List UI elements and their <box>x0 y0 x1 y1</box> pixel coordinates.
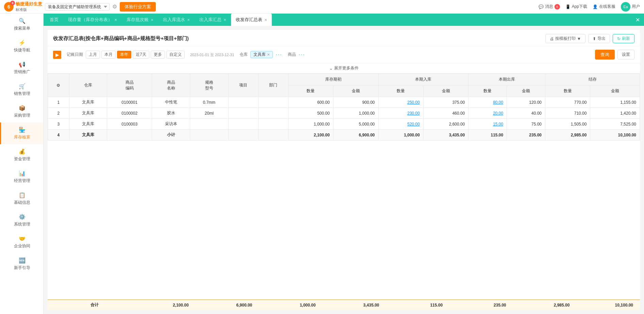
warehouse-filter-group: 仓库 文具库 ✕ ··· <box>240 51 282 58</box>
total-opening-amt: 6,900.00 <box>192 303 256 308</box>
cell-code: 0100002 <box>107 108 152 119</box>
sidebar-item-corp[interactable]: 🤝 企业协同 <box>0 231 43 253</box>
warehouse-tag-remove[interactable]: ✕ <box>267 53 270 56</box>
cell-opening-qty: 600.00 <box>288 97 333 108</box>
date-btn-this-year[interactable]: 本年 <box>117 51 131 59</box>
sidebar-item-label: 销售管理 <box>14 91 30 97</box>
table-settings-icon[interactable]: ⚙ <box>56 83 60 88</box>
sidebar-item-base[interactable]: 📋 基础信息 <box>0 188 43 210</box>
sidebar-item-marketing[interactable]: 📢 营销推广 <box>0 57 43 79</box>
date-btn-last-month[interactable]: 上月 <box>86 51 100 59</box>
total-opening-qty: 2,100.00 <box>129 303 192 308</box>
sidebar-item-label: 企业协同 <box>14 243 30 249</box>
col-code: 商品编码 <box>107 74 152 97</box>
system-select[interactable]: 装备及固定资产辅助管理系统 <box>45 3 110 11</box>
logo-area: 6 6 畅捷通好生意 标准版 <box>4 1 42 12</box>
filter-settings-button[interactable]: 设置 <box>617 50 634 60</box>
cell-balance-amt: 10,100.00 <box>590 130 640 141</box>
expand-conditions-button[interactable]: ⌄ 展开更多条件 <box>329 65 359 71</box>
sidebar-item-label: 采购管理 <box>14 113 30 118</box>
cell-balance-amt: 7,525.00 <box>590 119 640 130</box>
tab-batch-close[interactable]: ✕ <box>151 18 153 22</box>
app-download-item[interactable]: 📱 App下载 <box>565 4 587 10</box>
total-out-qty: 115.00 <box>383 303 446 308</box>
date-btn-7days[interactable]: 近7天 <box>133 51 149 59</box>
online-service-item[interactable]: 👤 在线客服 <box>593 4 615 10</box>
refresh-button[interactable]: ↻ 刷新 <box>613 34 634 43</box>
tab-receipt-summary-close[interactable]: ✕ <box>264 18 267 22</box>
cell-out-qty[interactable]: 80.00 <box>468 97 507 108</box>
export-button[interactable]: ⬆ 导出 <box>588 34 610 43</box>
tab-batch[interactable]: 库存批次账 ✕ <box>122 14 158 26</box>
warehouse-more-dots[interactable]: ··· <box>276 52 282 58</box>
sidebar-item-finance[interactable]: 💰 资金管理 <box>0 144 43 166</box>
cell-opening-amt: 900.00 <box>333 97 378 108</box>
tab-summary[interactable]: 出入库汇总 ✕ <box>195 14 231 26</box>
filter-toggle-button[interactable]: ▶ <box>53 51 61 59</box>
goods-more-dots[interactable]: ··· <box>299 52 305 58</box>
sidebar-item-purchase[interactable]: 📦 采购管理 <box>0 101 43 122</box>
total-balance-amt: 10,100.00 <box>573 303 637 308</box>
sidebar-item-label: 经营管理 <box>14 178 30 184</box>
col-name: 商品名称 <box>152 74 190 97</box>
cell-warehouse: 文具库 <box>69 119 107 130</box>
tab-home[interactable]: 首页 <box>45 14 63 26</box>
trial-button[interactable]: 体验行业方案 <box>120 2 156 12</box>
sidebar-item-sales[interactable]: 🛒 销售管理 <box>0 79 43 101</box>
tab-summary-close[interactable]: ✕ <box>224 18 226 22</box>
inventory-icon: 🏪 <box>19 127 26 133</box>
table-row: 2 文具库 0100002 胶水 20ml 500.00 1,000.00 23… <box>48 108 640 119</box>
sidebar-item-search[interactable]: 🔍 搜索菜单 <box>0 14 43 35</box>
cell-in-qty[interactable]: 520.00 <box>378 119 423 130</box>
col-out-amt: 金额 <box>507 85 545 97</box>
cell-spec: 0.7mm <box>190 97 228 108</box>
date-btn-custom[interactable]: 自定义 <box>166 51 185 59</box>
message-item[interactable]: 💬 消息 6 <box>539 4 560 10</box>
cell-no: 1 <box>48 97 69 108</box>
sidebar-item-operations[interactable]: 📊 经营管理 <box>0 166 43 188</box>
cell-in-qty[interactable]: 230.00 <box>378 108 423 119</box>
sidebar-item-guide[interactable]: 🆕 新手引导 <box>0 253 43 275</box>
cell-out-qty: 115.00 <box>468 130 507 141</box>
col-settings[interactable]: ⚙ <box>48 74 69 97</box>
expand-conditions-bar: ⌄ 展开更多条件 <box>48 63 640 73</box>
cell-name: 采访本 <box>152 119 190 130</box>
sidebar-item-quick[interactable]: ⚡ 快捷导航 <box>0 35 43 57</box>
cell-project <box>228 130 258 141</box>
close-all-tabs[interactable]: ✕ <box>633 17 643 23</box>
system-settings-icon[interactable]: ⚙ <box>112 3 117 10</box>
date-range-text: 2023-01-01 至 2023-12-31 <box>190 52 234 57</box>
date-btn-more[interactable]: 更多 <box>151 51 165 59</box>
cell-out-qty[interactable]: 15.00 <box>468 119 507 130</box>
tab-receipt-summary[interactable]: 收发存汇总表 ✕ <box>231 14 272 26</box>
report-container: 收发存汇总表(按仓库+商品编码+商品+规格型号+项目+部门) 🖨 按模板打印 ▼… <box>48 30 640 310</box>
tab-stock-dist[interactable]: 现存量（库存分布表） ✕ <box>63 14 122 26</box>
cell-no: 2 <box>48 108 69 119</box>
cell-in-qty[interactable]: 250.00 <box>378 97 423 108</box>
system-icon: ⚙️ <box>19 214 26 220</box>
marketing-icon: 📢 <box>19 61 26 68</box>
total-values: 2,100.00 6,900.00 1,000.00 3,435.00 115.… <box>129 303 637 308</box>
col-project: 项目 <box>228 74 258 97</box>
export-icon: ⬆ <box>593 36 596 41</box>
cell-spec: 20ml <box>190 108 228 119</box>
tab-flow[interactable]: 出入库流水 ✕ <box>158 14 195 26</box>
date-btn-this-month[interactable]: 本月 <box>101 51 116 59</box>
tab-batch-label: 库存批次账 <box>127 17 149 23</box>
tab-flow-close[interactable]: ✕ <box>187 18 190 22</box>
content-area: 首页 现存量（库存分布表） ✕ 库存批次账 ✕ 出入库流水 ✕ 出入库汇总 ✕ … <box>44 14 644 314</box>
sidebar-item-system[interactable]: ⚙️ 系统管理 <box>0 210 43 231</box>
cell-out-qty[interactable]: 20.00 <box>468 108 507 119</box>
cell-dept <box>258 97 288 108</box>
col-balance-amt: 金额 <box>590 85 640 97</box>
search-icon: 🔍 <box>19 18 26 24</box>
sales-icon: 🛒 <box>19 83 26 89</box>
logo-badge: 6 <box>10 1 15 5</box>
page-content: 收发存汇总表(按仓库+商品编码+商品+规格型号+项目+部门) 🖨 按模板打印 ▼… <box>44 26 644 314</box>
tab-stock-dist-close[interactable]: ✕ <box>114 18 117 22</box>
sidebar-item-inventory[interactable]: 🏪 库存核算 <box>0 122 43 144</box>
user-item[interactable]: Ea 用户 <box>621 2 640 12</box>
query-button[interactable]: 查询 <box>595 50 615 60</box>
filter-bar: ▶ 记账日期 上月 本月 本年 近7天 更多 自定义 2023-0 <box>48 46 640 63</box>
print-button[interactable]: 🖨 按模板打印 ▼ <box>545 34 585 43</box>
